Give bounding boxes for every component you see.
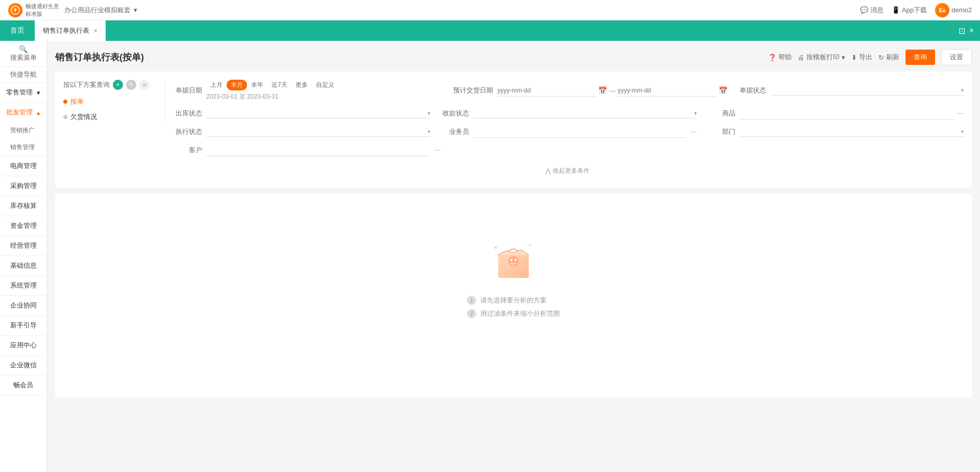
svg-text:✦: ✦ <box>493 244 498 251</box>
close-window-icon[interactable]: × <box>969 26 974 35</box>
empty-tip-2: 2 用过滤条件来缩小分析范围 <box>467 309 560 318</box>
sidebar-item-enterprise[interactable]: 企业协同 <box>0 296 46 316</box>
date-tab-custom[interactable]: 自定义 <box>312 80 338 90</box>
page-title: 销售订单执行表(按单) <box>55 51 144 63</box>
sidebar-item-finance[interactable]: 资金管理 <box>0 216 46 236</box>
department-label: 部门 <box>705 127 736 136</box>
tab-close-icon[interactable]: × <box>93 27 97 35</box>
logo-area: 畅捷通好生意 标准版 <box>8 3 59 17</box>
date-tab-this-year[interactable]: 本年 <box>247 80 267 90</box>
user-menu[interactable]: Ea demo2 <box>935 3 972 17</box>
filter-row-3: 执行状态 ▾ 业务员 ··· 部门 <box>172 126 964 138</box>
svg-point-4 <box>514 259 517 261</box>
wholesale-expand-icon: ▴ <box>37 109 40 116</box>
help-button[interactable]: ❓ 帮助 <box>768 53 792 62</box>
print-dropdown-icon: ▾ <box>842 54 845 61</box>
collapse-more-button[interactable]: ⋀ 收起更多条件 <box>172 162 964 179</box>
collection-status-select[interactable]: ▾ <box>473 108 697 119</box>
restore-icon[interactable]: ⊡ <box>959 26 965 36</box>
tab-home[interactable]: 首页 <box>0 20 35 41</box>
content-area: 销售订单执行表(按单) ❓ 帮助 🖨 按模板打印 ▾ ⬇ 导出 ↻ 刷新 <box>47 41 980 472</box>
date-label: 单据日期 <box>172 86 202 95</box>
date-tab-last-month[interactable]: 上月 <box>206 80 227 90</box>
customer-input[interactable] <box>206 144 430 156</box>
execution-status-select[interactable]: ▾ <box>206 127 430 137</box>
sidebar-quick-nav[interactable]: 快捷导航 <box>0 67 46 83</box>
page-header: 销售订单执行表(按单) ❓ 帮助 🖨 按模板打印 ▾ ⬇ 导出 ↻ 刷新 <box>55 49 972 65</box>
department-select[interactable]: ▾ <box>740 127 964 137</box>
customer-more-icon[interactable]: ··· <box>434 146 440 155</box>
date-tab-more[interactable]: 更多 <box>291 80 312 90</box>
execution-status-label: 执行状态 <box>172 127 202 136</box>
sidebar-item-retail[interactable]: 零售管理 ▾ <box>0 83 46 102</box>
goods-input[interactable] <box>740 107 952 120</box>
data-area: ✦ ✦ · 1 请先选择要分析的方案 2 用过滤条件来缩小分析范围 <box>55 194 972 398</box>
sidebar-item-ecommerce[interactable]: 电商管理 <box>0 156 46 176</box>
empty-illustration: ✦ ✦ · <box>488 234 539 286</box>
date-separator: — <box>609 87 616 95</box>
breadcrumb[interactable]: 办公用品行业模拟账套 ▾ <box>64 6 137 15</box>
sidebar-item-wholesale[interactable]: 批发管理 ▴ <box>0 103 46 122</box>
outbound-status-select[interactable]: ▾ <box>206 108 430 119</box>
refresh-icon: ↻ <box>878 54 884 61</box>
sidebar-item-basic[interactable]: 基础信息 <box>0 256 46 276</box>
svg-text:·: · <box>531 256 532 261</box>
sidebar-item-system[interactable]: 系统管理 <box>0 276 46 296</box>
goods-label: 商品 <box>705 109 736 118</box>
salesperson-more-icon[interactable]: ··· <box>690 127 697 136</box>
filter-panel: 按以下方案查询 + ✎ « 按单 欠货情况 <box>55 72 972 187</box>
collapse-scheme-button[interactable]: « <box>139 80 150 90</box>
filter-row-4: 客户 ··· <box>172 144 964 156</box>
add-scheme-button[interactable]: + <box>113 80 123 90</box>
execution-dropdown-icon: ▾ <box>428 129 430 134</box>
app-download-button[interactable]: 📱 App下载 <box>892 6 927 15</box>
scheme-item-order[interactable]: 按单 <box>63 94 159 109</box>
refresh-button[interactable]: ↻ 刷新 <box>878 53 899 62</box>
doc-status-select[interactable]: ▾ <box>770 85 964 96</box>
date-tabs: 上月 本月 本年 近7天 更多 自定义 <box>206 80 445 90</box>
sidebar-item-newbie[interactable]: 新手引导 <box>0 316 46 336</box>
sidebar-item-purchase[interactable]: 采购管理 <box>0 176 46 196</box>
download-icon: 📱 <box>892 6 900 14</box>
date-tab-this-month[interactable]: 本月 <box>227 80 247 90</box>
settings-button[interactable]: 设置 <box>941 49 972 65</box>
salesperson-input[interactable] <box>473 126 686 138</box>
breadcrumb-dropdown-icon[interactable]: ▾ <box>134 6 137 14</box>
sidebar-item-inventory[interactable]: 库存核算 <box>0 196 46 216</box>
sidebar-item-appstore[interactable]: 应用中心 <box>0 336 46 356</box>
tab-sales-order[interactable]: 销售订单执行表 × <box>35 20 106 41</box>
logo-icon <box>8 3 22 17</box>
expected-date-range: 📅 — 📅 <box>497 85 727 97</box>
logo-text: 畅捷通好生意 标准版 <box>26 3 59 17</box>
sidebar-search[interactable]: 🔍 搜索菜单 <box>0 41 46 67</box>
message-icon: 💬 <box>860 6 868 14</box>
empty-tips: 1 请先选择要分析的方案 2 用过滤条件来缩小分析范围 <box>467 296 560 318</box>
svg-point-2 <box>508 256 519 266</box>
date-end-icon: 📅 <box>719 86 727 95</box>
expected-date-start-input[interactable] <box>497 85 596 97</box>
expected-date-end-input[interactable] <box>618 85 717 97</box>
scheme-item-debt[interactable]: 欠货情况 <box>63 109 159 125</box>
collection-status-field: 收款状态 ▾ <box>438 108 697 119</box>
query-button[interactable]: 查询 <box>905 50 935 65</box>
doc-status-field: 单据状态 ▾ <box>736 85 964 96</box>
doc-status-label: 单据状态 <box>736 86 766 95</box>
date-tab-last7[interactable]: 近7天 <box>267 80 291 90</box>
sidebar-item-wechat[interactable]: 企业微信 <box>0 356 46 375</box>
retail-expand-icon: ▾ <box>37 89 40 97</box>
sidebar-item-operation[interactable]: 经营管理 <box>0 236 46 256</box>
sidebar-item-sales[interactable]: 销售管理 <box>0 139 46 156</box>
sidebar-item-member[interactable]: 畅会员 <box>0 375 46 395</box>
print-icon: 🖨 <box>798 54 804 61</box>
edit-scheme-button[interactable]: ✎ <box>126 80 136 90</box>
svg-text:✦: ✦ <box>528 243 532 248</box>
empty-tip-1: 1 请先选择要分析的方案 <box>467 296 560 305</box>
tab-bar-right: ⊡ × <box>959 26 980 36</box>
salesperson-field: 业务员 ··· <box>438 126 697 138</box>
sidebar: 🔍 搜索菜单 快捷导航 零售管理 ▾ 批发管理 ▴ 营销推广 销售管理 <box>0 41 47 472</box>
print-button[interactable]: 🖨 按模板打印 ▾ <box>798 53 845 62</box>
goods-more-icon[interactable]: ··· <box>957 109 964 118</box>
sidebar-item-marketing[interactable]: 营销推广 <box>0 122 46 139</box>
message-button[interactable]: 💬 消息 <box>860 6 884 15</box>
export-button[interactable]: ⬇ 导出 <box>851 53 872 62</box>
